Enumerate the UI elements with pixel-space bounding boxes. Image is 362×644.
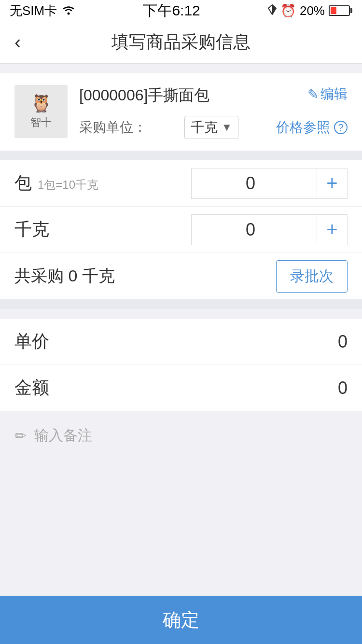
wifi-icon [62,3,75,18]
brand-label: 智十 [30,115,52,130]
confirm-button[interactable]: 确定 [0,596,362,644]
price-reference-button[interactable]: 价格参照 ? [276,118,348,137]
notes-placeholder: 输入备注 [34,426,92,446]
bao-sublabel: 1包=10千克 [38,177,98,193]
product-info: [0000006]手撕面包 ✎ 编辑 采购单位： 千克 ▼ 价格参照 ? [79,85,348,139]
empty-space [0,460,362,605]
unit-price-label: 单价 [14,330,49,353]
unit-dropdown-arrow: ▼ [222,121,232,134]
help-icon: ? [334,121,348,134]
batch-record-button[interactable]: 录批次 [276,260,348,293]
status-bar: 无SIM卡 下午6:12 ⏰ 20% [0,0,362,21]
nav-bar: ‹ 填写商品采购信息 [0,21,362,64]
status-left: 无SIM卡 [10,2,75,19]
edit-icon: ✎ [307,86,319,102]
battery-percent: 20% [300,3,325,18]
bao-input-row: 包 1包=10千克 + [0,160,362,207]
location-icon [268,3,277,18]
price-section: 单价 0 金额 0 [0,319,362,411]
unit-price-value: 0 [338,332,348,352]
kg-input-row: 千克 + [0,207,362,253]
alarm-icon: ⏰ [280,3,296,18]
svg-point-0 [68,12,70,14]
edit-label: 编辑 [320,85,348,103]
section-divider-2 [0,299,362,309]
pencil-icon: ✏ [14,427,27,444]
kg-label: 千克 [14,218,49,241]
unit-select[interactable]: 千克 ▼ [184,116,238,139]
total-row: 共采购 0 千克 录批次 [0,253,362,299]
kg-plus-button[interactable]: + [317,214,348,245]
section-divider-1 [0,151,362,160]
product-name: [0000006]手撕面包 [79,85,209,106]
amount-label: 金额 [14,376,49,400]
unit-value: 千克 [191,118,218,137]
bao-label: 包 [14,171,32,195]
notes-section[interactable]: ✏ 输入备注 [0,411,362,460]
unit-label: 采购单位： [79,118,147,137]
amount-value: 0 [338,378,348,398]
product-card: 🦉 智十 [0000006]手撕面包 ✎ 编辑 采购单位： 千克 ▼ 价格参照 … [0,73,362,151]
product-image: 🦉 智十 [14,85,68,138]
battery-icon [329,5,352,16]
unit-price-row: 单价 0 [0,319,362,365]
amount-row: 金额 0 [0,365,362,411]
price-ref-label: 价格参照 [276,118,330,137]
edit-button[interactable]: ✎ 编辑 [307,85,348,103]
status-right: ⏰ 20% [268,3,352,18]
total-label: 共采购 0 千克 [14,265,115,287]
status-time: 下午6:12 [143,1,200,21]
product-logo-icon: 🦉 [30,93,52,113]
back-button[interactable]: ‹ [0,31,35,53]
bao-quantity-input[interactable] [191,168,317,199]
no-sim-text: 无SIM卡 [10,2,57,19]
kg-quantity-input[interactable] [191,214,317,245]
bao-plus-button[interactable]: + [317,168,348,199]
input-section: 包 1包=10千克 + 千克 + 共采购 0 千克 录批次 [0,160,362,299]
page-title: 填写商品采购信息 [111,30,251,54]
